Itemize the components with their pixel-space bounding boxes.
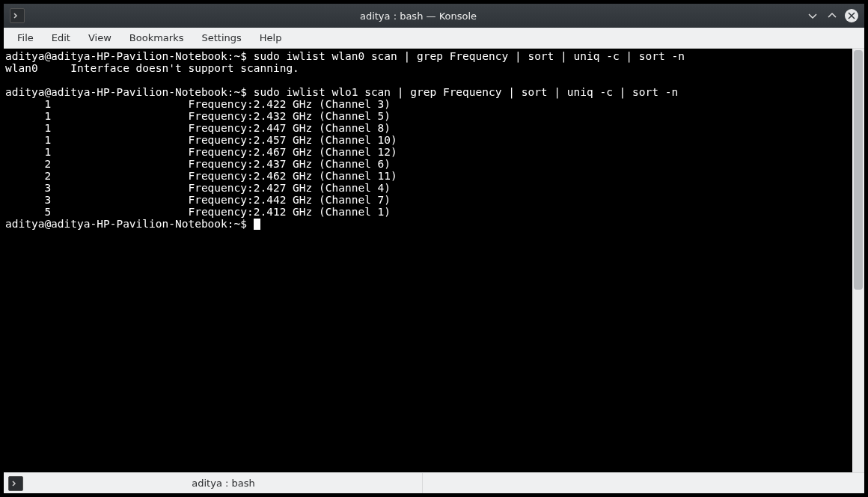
cursor-block bbox=[254, 219, 260, 230]
statusbar: aditya : bash bbox=[4, 472, 864, 493]
menu-bookmarks[interactable]: Bookmarks bbox=[120, 29, 193, 46]
terminal-icon bbox=[8, 476, 23, 491]
window-controls bbox=[806, 9, 858, 22]
titlebar[interactable]: aditya : bash — Konsole bbox=[4, 4, 864, 28]
minimize-button[interactable] bbox=[806, 9, 819, 22]
menu-view[interactable]: View bbox=[79, 29, 120, 46]
maximize-button[interactable] bbox=[825, 9, 839, 22]
menu-edit[interactable]: Edit bbox=[43, 29, 79, 46]
terminal[interactable]: aditya@aditya-HP-Pavilion-Notebook:~$ su… bbox=[4, 49, 852, 472]
window-title: aditya : bash — Konsole bbox=[31, 10, 806, 22]
menubar: File Edit View Bookmarks Settings Help bbox=[4, 28, 864, 49]
terminal-area: aditya@aditya-HP-Pavilion-Notebook:~$ su… bbox=[4, 49, 864, 472]
scrollbar[interactable] bbox=[852, 49, 864, 472]
menu-settings[interactable]: Settings bbox=[192, 29, 250, 46]
menu-file[interactable]: File bbox=[8, 29, 43, 46]
app-icon bbox=[10, 8, 25, 23]
konsole-window: aditya : bash — Konsole File Edit View B… bbox=[4, 4, 864, 493]
close-button[interactable] bbox=[845, 9, 858, 22]
menu-help[interactable]: Help bbox=[251, 29, 291, 46]
scroll-thumb[interactable] bbox=[854, 50, 863, 290]
tab-active[interactable]: aditya : bash bbox=[4, 473, 423, 493]
tab-label: aditya : bash bbox=[29, 478, 418, 489]
